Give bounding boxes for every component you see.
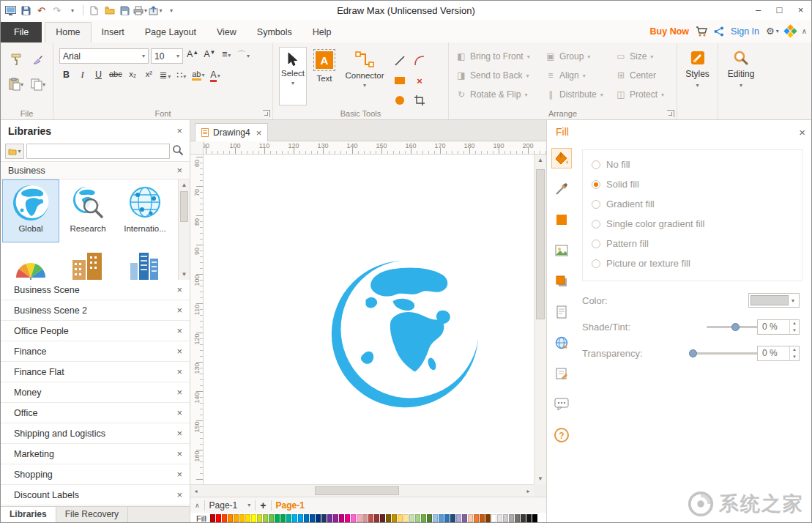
library-section-close-icon[interactable]: × [176, 448, 182, 459]
styles-button[interactable]: Styles ▾ [677, 42, 718, 119]
transparency-slider[interactable] [690, 352, 767, 355]
color-swatch[interactable] [234, 514, 239, 522]
active-page-tab[interactable]: Page-1 [276, 500, 305, 511]
color-swatch[interactable] [521, 514, 526, 522]
shape-style-icon[interactable] [551, 209, 572, 230]
collapse-ribbon-icon[interactable]: ∧ [802, 27, 807, 35]
copy-icon[interactable]: ▾ [29, 73, 48, 95]
line-style-icon[interactable] [551, 179, 572, 199]
color-swatch[interactable] [368, 514, 373, 522]
buy-now-link[interactable]: Buy Now [650, 26, 689, 37]
color-swatch[interactable] [362, 514, 368, 522]
shape-skyscrapers[interactable] [116, 242, 174, 280]
arrange-menu-button[interactable]: ↻ Rotate & Flip ▾ [456, 85, 545, 104]
library-section-close-icon[interactable]: × [176, 387, 182, 398]
color-picker-dropdown[interactable]: ▾ [748, 293, 800, 308]
ribbon-tab[interactable]: View [206, 23, 247, 42]
library-section-close-icon[interactable]: × [176, 346, 182, 357]
sign-in-link[interactable]: Sign In [731, 26, 759, 37]
color-swatch[interactable] [333, 514, 338, 522]
document-tab[interactable]: Drawing4 × [195, 123, 268, 141]
color-swatch[interactable] [497, 514, 502, 522]
color-swatch[interactable] [245, 514, 250, 522]
connector-tool-button[interactable]: Connector ▾ [342, 47, 387, 105]
subscript-button[interactable]: x₂ [126, 70, 140, 84]
library-section-row[interactable]: Business Scene 2 × [1, 300, 190, 321]
scrollbar-thumb[interactable] [180, 191, 188, 222]
text-style-more-button[interactable]: ⌒▾ [236, 49, 252, 64]
slider-knob[interactable] [731, 323, 740, 331]
shape-research[interactable]: Research [59, 179, 116, 242]
library-folder-button[interactable]: ▾ [5, 144, 24, 159]
shrink-font-button[interactable]: A▼ [202, 49, 217, 64]
scrollbar-thumb[interactable] [315, 486, 399, 495]
ellipse-tool-icon[interactable] [391, 92, 409, 109]
text-tool-button[interactable]: A Text [310, 47, 338, 105]
open-folder-icon[interactable] [103, 3, 116, 18]
library-scrollbar[interactable]: ▲ ▼ [178, 179, 190, 280]
fill-option[interactable]: Solid fill [583, 174, 802, 194]
library-section-close-icon[interactable]: × [176, 284, 182, 295]
globe-shape[interactable] [327, 256, 483, 412]
font-size-combo[interactable]: 10 ▾ [151, 48, 183, 64]
color-swatch[interactable] [415, 514, 420, 522]
customize-toolbar-icon[interactable]: ▾ [164, 3, 178, 18]
scroll-up-icon[interactable]: ▲ [179, 179, 190, 190]
undo-icon[interactable]: ↶ [34, 3, 48, 18]
help-icon[interactable]: ? [551, 425, 572, 445]
library-section-row[interactable]: Money × [1, 382, 190, 403]
library-section-close-icon[interactable]: × [176, 407, 182, 418]
color-swatch[interactable] [298, 514, 303, 522]
color-swatch[interactable] [474, 514, 479, 522]
library-search-input[interactable] [26, 144, 170, 159]
collapse-panel-icon[interactable]: ∧ [195, 502, 200, 509]
theme-icon[interactable] [786, 26, 795, 36]
library-group-close-icon[interactable]: × [176, 165, 182, 176]
settings-gear-icon[interactable]: ⚙▾ [766, 26, 779, 37]
panel-bottom-tab[interactable]: File Recovery [56, 507, 128, 522]
editing-button[interactable]: Editing ▾ [718, 42, 764, 119]
arrange-menu-button[interactable]: ◫ Protect ▾ [616, 85, 680, 104]
color-swatch[interactable] [480, 514, 485, 522]
shape-global[interactable]: Global [2, 179, 59, 242]
arrange-menu-button[interactable]: ◨ Send to Back ▾ [456, 66, 545, 85]
ribbon-tab[interactable]: Page Layout [135, 23, 206, 42]
library-section-row[interactable]: Shopping × [1, 464, 190, 485]
scroll-left-icon[interactable]: ◂ [190, 485, 201, 497]
fill-option[interactable]: Pattern fill [583, 234, 802, 253]
paste-icon[interactable]: ▾ [7, 73, 26, 95]
color-swatch[interactable] [509, 514, 514, 522]
scroll-down-icon[interactable]: ▼ [179, 269, 190, 280]
shape-umbrella[interactable] [2, 242, 59, 280]
color-swatch[interactable] [327, 514, 332, 522]
library-section-row[interactable]: Office × [1, 403, 190, 423]
library-section-close-icon[interactable]: × [176, 366, 182, 377]
export-icon[interactable]: ▾ [149, 3, 163, 18]
add-page-button[interactable]: + [260, 500, 266, 511]
color-swatch[interactable] [304, 514, 309, 522]
ribbon-tab[interactable]: Help [302, 23, 342, 42]
arc-tool-icon[interactable] [411, 52, 428, 70]
redo-icon[interactable]: ↷ [50, 3, 64, 18]
tab-file[interactable]: File [1, 22, 42, 42]
color-swatch[interactable] [292, 514, 297, 522]
color-swatch[interactable] [275, 514, 280, 522]
search-icon[interactable] [172, 144, 184, 158]
color-swatch[interactable] [286, 514, 291, 522]
shade-tint-spinner[interactable]: 0 % ▲▼ [757, 319, 800, 335]
color-swatch[interactable] [386, 514, 391, 522]
shape-buildings[interactable] [59, 242, 116, 280]
color-swatch[interactable] [532, 514, 537, 522]
arrange-menu-button[interactable]: ▣ Group ▾ [545, 47, 616, 66]
spinner-buttons[interactable]: ▲▼ [789, 320, 799, 334]
rectangle-tool-icon[interactable] [391, 72, 409, 89]
arrange-menu-button[interactable]: ∥ Distribute ▾ [545, 85, 616, 104]
fill-option[interactable]: Single color gradient fill [583, 214, 802, 234]
color-swatch[interactable] [222, 514, 227, 522]
ribbon-tab[interactable]: Home [45, 22, 91, 42]
color-swatch[interactable] [310, 514, 315, 522]
library-section-close-icon[interactable]: × [176, 469, 182, 480]
fill-bucket-icon[interactable] [551, 148, 572, 168]
print-icon[interactable]: ▾ [133, 3, 147, 18]
library-section-row[interactable]: Finance × [1, 341, 190, 362]
